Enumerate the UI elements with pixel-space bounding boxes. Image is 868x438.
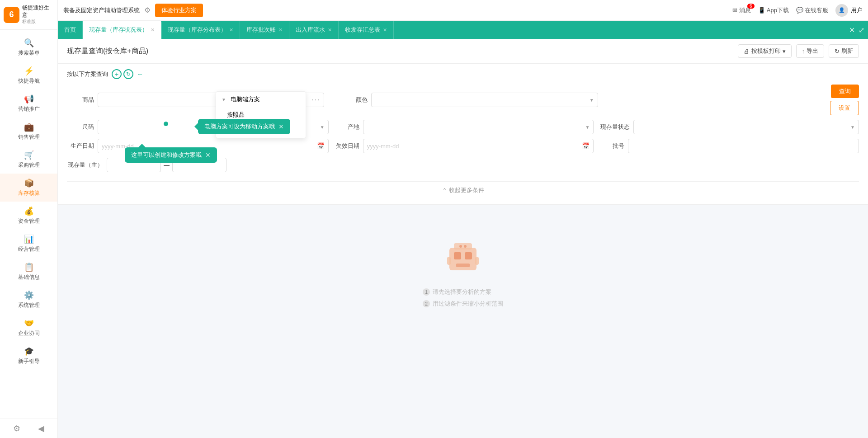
sidebar-item-basic[interactable]: 📋 基础信息 [0,258,57,286]
batch-input[interactable] [628,139,859,153]
color-select[interactable]: ▼ [371,93,598,107]
tab-inout-flow[interactable]: 出入库流水 ✕ [289,21,339,39]
sidebar-item-finance[interactable]: 💰 资金管理 [0,202,57,230]
sidebar-item-sales[interactable]: 💼 销售管理 [0,118,57,146]
tab-inventory-status-close[interactable]: ✕ [151,27,155,33]
scheme-bygoods-label: 按照品 [227,111,245,119]
template-print-button[interactable]: 🖨 按模板打印 ▾ [738,44,792,58]
tooltip-tip1-close[interactable]: ✕ [278,123,284,130]
goods-dots-icon[interactable]: ··· [311,96,320,104]
filter-actions: + ↻ ← [112,69,145,79]
tabs-bar: 首页 现存量（库存状况表） ✕ 现存量（库存分布表） ✕ 库存批次账 ✕ 出入库… [58,21,868,39]
add-scheme-button[interactable]: + [112,69,122,79]
sidebar-item-management-label: 经营管理 [18,245,40,253]
tab-home-label: 首页 [64,26,76,34]
system-icon: ⚙️ [24,290,34,300]
expire-date-placeholder: yyyy-mm-dd [367,143,399,150]
filter-field-batch: 批号 [597,139,859,153]
fullscreen-icon[interactable]: ⤢ [859,26,864,34]
tab-collect-summary[interactable]: 收发存汇总表 ✕ [339,21,394,39]
refresh-scheme-button[interactable]: ↻ [123,69,133,79]
search-button[interactable]: 查询 [831,85,859,98]
filter-label: 按以下方案查询 [67,70,108,78]
header-left: 装备及固定资产辅助管理系统 ⚙ 体验行业方案 [63,4,203,17]
sidebar-item-management[interactable]: 📊 经营管理 [0,230,57,258]
user-menu[interactable]: 👤 用户 [835,4,863,17]
app-logo-icon: 6 [4,7,19,23]
sidebar-item-purchase[interactable]: 🛒 采购管理 [0,146,57,174]
message-icon: ✉ [732,7,737,14]
more-conditions-button[interactable]: ⌃ 收起更多条件 [67,181,859,199]
tab-collect-summary-close[interactable]: ✕ [383,27,387,33]
sidebar-item-guide[interactable]: 🎓 新手引导 [0,342,57,370]
sidebar-item-system[interactable]: ⚙️ 系统管理 [0,286,57,314]
empty-state: 1 请先选择要分析的方案 2 用过滤条件来缩小分析范围 [58,205,868,337]
expand-arrow-icon: ▼ [222,97,226,102]
tab-batch-close[interactable]: ✕ [278,27,283,33]
refresh-button[interactable]: ↻ 刷新 [829,44,859,58]
tooltip-tip2-text: 这里可以创建和修改方案哦 [131,151,202,159]
origin-select[interactable]: ▼ [363,120,594,134]
print-icon: 🖨 [744,48,750,55]
user-name: 用户 [851,6,863,14]
purchase-icon: 🛒 [24,150,34,160]
sidebar-item-purchase-label: 采购管理 [18,161,40,169]
set-button[interactable]: 设置 [830,101,859,115]
svg-rect-3 [456,264,470,267]
scheme-desktop-label: 电脑端方案 [231,95,260,104]
tab-inventory-status[interactable]: 现存量（库存状况表） ✕ [83,21,161,39]
empty-tip-2-text: 用过滤条件来缩小分析范围 [433,298,503,310]
sidebar-item-marketing[interactable]: 📢 营销推广 [0,89,57,118]
sales-icon: 💼 [24,122,34,132]
tab-inout-flow-close[interactable]: ✕ [328,27,332,33]
calendar-icon: 📅 [317,142,325,150]
tab-collect-summary-label: 收发存汇总表 [345,26,380,34]
sidebar-item-sales-label: 销售管理 [18,133,40,141]
message-button[interactable]: ✉ 消息 6 [732,6,751,14]
sidebar-item-inventory[interactable]: 📦 库存核算 [0,174,57,202]
app-download-button[interactable]: 📱 App下载 [758,6,789,14]
expire-date-label: 失效日期 [332,142,359,150]
marketing-icon: 📢 [24,94,34,104]
sidebar-item-corp-label: 企业协同 [18,330,40,337]
sidebar-item-quicknav[interactable]: ⚡ 快捷导航 [0,61,57,89]
app-name: 畅捷通好生意 [22,5,54,19]
search-buttons: 查询 设置 [602,85,859,115]
tooltip-tip2-close[interactable]: ✕ [205,151,211,159]
size-select-arrow-icon: ▼ [320,125,325,130]
svg-rect-4 [447,257,451,265]
size-label: 尺码 [67,123,94,131]
batch-label: 批号 [597,142,624,150]
close-all-tabs-icon[interactable]: ✕ [849,26,855,34]
sidebar-item-guide-label: 新手引导 [18,358,40,365]
tab-inventory-status-label: 现存量（库存状况表） [89,26,148,34]
sidebar-item-search-label: 搜索菜单 [18,49,40,57]
sidebar-item-corp[interactable]: 🤝 企业协同 [0,314,57,342]
origin-label: 产地 [332,123,359,131]
sidebar-item-search[interactable]: 🔍 搜索菜单 [0,33,57,61]
settings-icon[interactable]: ⚙ [144,6,151,14]
export-button[interactable]: ↑ 导出 [796,44,825,58]
industry-solution-button[interactable]: 体验行业方案 [155,4,203,17]
tab-inventory-dist[interactable]: 现存量（库存分布表） ✕ [161,21,240,39]
sidebar: 6 畅捷通好生意 标准版 🔍 搜索菜单 ⚡ 快捷导航 📢 营销推广 💼 销售管理… [0,0,58,438]
tab-batch[interactable]: 库存批次账 ✕ [240,21,289,39]
back-scheme-button[interactable]: ← [135,69,145,79]
main-content: 现存量查询(按仓库+商品) 🖨 按模板打印 ▾ ↑ 导出 ↻ 刷新 按以下方案查… [58,39,868,438]
expire-calendar-icon: 📅 [582,142,590,150]
sidebar-item-basic-label: 基础信息 [18,273,40,281]
filter-field-origin: 产地 ▼ [332,120,594,134]
svg-rect-2 [465,252,472,259]
goods-label: 商品 [67,96,94,104]
expire-date-input[interactable]: yyyy-mm-dd 📅 [363,139,594,153]
tab-inventory-dist-close[interactable]: ✕ [229,27,233,33]
tab-home[interactable]: 首页 [58,21,83,39]
color-select-arrow-icon: ▼ [590,98,594,103]
collapse-sidebar-icon[interactable]: ◀ [38,424,44,433]
scheme-item-desktop[interactable]: ▼ 电脑端方案 [216,92,306,107]
online-service-button[interactable]: 💬 在线客服 [796,6,828,14]
inv-status-select[interactable]: ▼ [633,120,859,134]
settings-bottom-icon[interactable]: ⚙ [13,424,20,433]
stock-main-label: 现存量（主） [67,161,103,169]
sidebar-item-finance-label: 资金管理 [18,217,40,225]
